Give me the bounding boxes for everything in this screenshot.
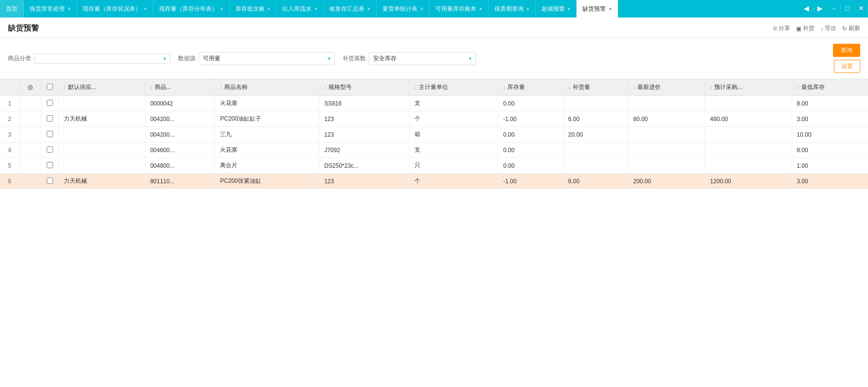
tab-item-5[interactable]: 出入库流水× [276,0,324,18]
row-checkbox-cell-1[interactable] [41,111,58,127]
cell-supplier-1: 力天机械 [58,111,145,127]
col-header-product_name[interactable]: ↕ 商品名称 [215,79,319,96]
tab-close-icon-5[interactable]: × [314,6,317,12]
col-header-latest_price[interactable]: ↕ 最新进价 [628,79,705,96]
cell-min_stock-3: 8.00 [792,142,868,158]
tab-close-icon-1[interactable]: × [68,6,71,12]
cell-replenish-2: 20.00 [563,127,628,142]
cell-latest_price-4 [628,158,705,174]
col-header-replenish[interactable]: ↕ 补货量 [563,79,628,96]
replenish-btn[interactable]: ▣ 补货 [796,24,814,33]
cell-spec-0: SS816 [319,96,410,111]
cell-min_stock-0: 8.00 [792,96,868,111]
tab-close-icon-11[interactable]: × [609,6,612,12]
row-settings-3 [19,142,41,158]
col-header-spec[interactable]: ↕ 规格型号 [319,79,410,96]
cell-stock-3: 0.00 [498,142,563,158]
category-label: 商品分类 [8,54,31,63]
row-checkbox-2[interactable] [47,131,53,137]
col-header-min_stock[interactable]: ↕ 最低库存 [792,79,868,96]
refresh-btn[interactable]: ↻ 刷新 [842,24,860,33]
row-checkbox-cell-3[interactable] [41,142,58,158]
row-checkbox-cell-2[interactable] [41,127,58,142]
header-actions: ⎘ 分享 ▣ 补货 ↓ 导出 ↻ 刷新 [774,24,860,33]
tab-next-btn[interactable]: ▶ [814,4,827,12]
tab-item-8[interactable]: 可用量库存账本× [430,0,488,18]
tab-item-9[interactable]: 保质期查询× [488,0,536,18]
app-root: 首页拣货异常处理×现存量（库存状况表）×现存量（库存分布表）×库存批次账×出入库… [0,0,868,387]
cell-product_code-3: 004600... [145,142,215,158]
sort-arrow-unit: ↕ [415,85,418,90]
settings-button[interactable]: 设置 [834,60,860,73]
table-row: 5004800...离合片DS250*23c...只0.001.00 [0,158,868,174]
tab-item-7[interactable]: 要货单统计表× [377,0,430,18]
row-checkbox-5[interactable] [47,177,53,184]
col-header-supplier[interactable]: ↕ 默认供应... [58,79,145,96]
cell-product_name-3: 火花塞 [215,142,319,158]
tab-prev-btn[interactable]: ◀ [800,4,814,12]
cell-min_stock-4: 1.00 [792,158,868,174]
tab-close-btn[interactable]: ✕ [854,4,868,12]
row-checkbox-4[interactable] [47,162,53,168]
tab-item-0[interactable]: 首页 [0,0,24,18]
tab-minimize-btn[interactable]: － [827,4,841,13]
datasource-select[interactable]: 可用量 ▾ [199,52,335,65]
tab-close-icon-10[interactable]: × [568,6,571,12]
table-row: 3004200...三九123箱0.0020.0010.00 [0,127,868,142]
tab-maximize-btn[interactable]: □ [841,4,854,12]
row-settings-5 [19,174,41,189]
tab-bar: 首页拣货异常处理×现存量（库存状况表）×现存量（库存分布表）×库存批次账×出入库… [0,0,868,18]
sort-arrow-replenish: ↕ [568,85,572,90]
tab-close-icon-7[interactable]: × [420,6,423,12]
tab-item-6[interactable]: 收发存汇总表× [324,0,377,18]
tab-item-11[interactable]: 缺货预警× [577,0,618,18]
export-btn[interactable]: ↓ 导出 [820,24,836,33]
select-all-checkbox[interactable] [47,84,53,90]
settings-gear-icon[interactable]: ⚙ [27,84,34,91]
replenish-base-select[interactable]: 安全库存 ▾ [369,52,476,65]
tab-close-icon-9[interactable]: × [526,6,529,12]
page-header: 缺货预警 ⎘ 分享 ▣ 补货 ↓ 导出 ↻ 刷新 [0,18,868,38]
tab-item-10[interactable]: 超储预警× [536,0,577,18]
tab-item-1[interactable]: 拣货异常处理× [24,0,77,18]
cell-supplier-0 [58,96,145,111]
tab-close-icon-3[interactable]: × [220,6,223,12]
col-header-checkbox [41,79,58,96]
share-btn[interactable]: ⎘ 分享 [774,24,790,33]
query-button[interactable]: 查询 [833,44,860,57]
cell-unit-3: 支 [410,142,498,158]
filter-right-actions: 查询 设置 [833,44,860,73]
col-header-unit[interactable]: ↕ 主计量单位 [410,79,498,96]
tab-close-icon-8[interactable]: × [479,6,482,12]
table-row: 4004600...火花塞J7092支0.008.00 [0,142,868,158]
cell-unit-0: 支 [410,96,498,111]
cell-product_name-5: PC200张紧油缸 [215,174,319,189]
col-label-est_purchase: 预计采购... [714,84,742,90]
row-checkbox-cell-0[interactable] [41,96,58,111]
tab-item-4[interactable]: 库存批次账× [230,0,277,18]
row-checkbox-0[interactable] [47,100,53,106]
col-header-stock[interactable]: ↕ 库存量 [498,79,563,96]
col-label-product_name: 商品名称 [224,84,248,90]
cell-replenish-1: 6.00 [563,111,628,127]
tab-close-icon-4[interactable]: × [268,6,271,12]
category-select[interactable]: ▾ [34,53,170,64]
cell-product_code-2: 004200... [145,127,215,142]
col-header-product_code[interactable]: ↕ 商品... [145,79,215,96]
tab-item-2[interactable]: 现存量（库存状况表）× [77,0,153,18]
col-header-est_purchase[interactable]: ↕ 预计采购... [705,79,792,96]
row-checkbox-cell-4[interactable] [41,158,58,174]
tab-item-3[interactable]: 现存量（库存分布表）× [153,0,230,18]
tab-close-icon-2[interactable]: × [144,6,147,12]
row-checkbox-1[interactable] [47,115,53,122]
datasource-label: 数据源 [178,54,196,63]
cell-stock-5: -1.00 [498,174,563,189]
sort-arrow-supplier: ↕ [64,85,67,90]
cell-replenish-4 [563,158,628,174]
row-checkbox-cell-5[interactable] [41,174,58,189]
tab-close-icon-6[interactable]: × [367,6,370,12]
row-checkbox-3[interactable] [47,146,53,153]
category-chevron-icon: ▾ [163,56,166,61]
sort-arrow-product_code: ↕ [150,85,154,90]
row-settings-0 [19,96,41,111]
